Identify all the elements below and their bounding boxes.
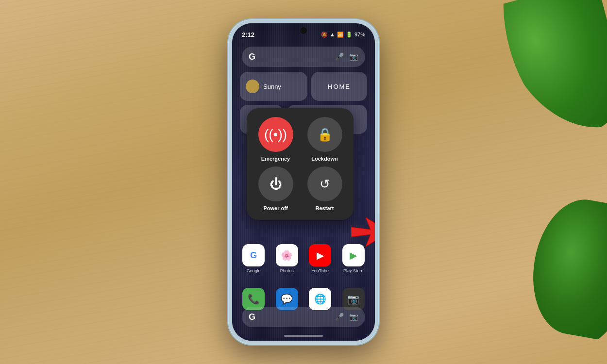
home-label: HOME: [328, 83, 351, 90]
camera-symbol: 📷: [347, 293, 359, 305]
red-arrow: [351, 217, 375, 247]
mic-icon-top[interactable]: 🎤: [335, 52, 344, 61]
power-menu-grid: ((•)) Emergency 🔒 Lockdown: [253, 117, 347, 211]
google-letter: G: [250, 250, 257, 261]
camera-icon-bottom[interactable]: 📷: [349, 313, 358, 321]
restart-item[interactable]: ↺ Restart: [303, 166, 347, 211]
lockdown-icon: 🔒: [317, 127, 333, 142]
restart-button[interactable]: ↺: [307, 166, 342, 201]
mic-icon-bottom[interactable]: 🎤: [335, 313, 344, 321]
lockdown-label: Lockdown: [311, 156, 337, 162]
phone-inner: 2:12 🔕 ▲ 📶 🔋 97% G 🎤 📷: [232, 23, 375, 341]
google-logo-bottom: G: [249, 312, 255, 322]
do-not-disturb-icon: 🔕: [321, 32, 328, 38]
playstore-app-icon: ▶: [342, 244, 365, 266]
messages-symbol: 💬: [281, 293, 293, 305]
chrome-symbol: 🌐: [314, 293, 326, 305]
youtube-app[interactable]: ▶ YouTube: [309, 244, 331, 273]
google-app-icon: G: [242, 244, 265, 266]
battery-percent: 97%: [354, 32, 365, 37]
playstore-app[interactable]: ▶ Play Store: [342, 244, 365, 273]
poweroff-label: Power off: [263, 205, 287, 211]
emergency-item[interactable]: ((•)) Emergency: [253, 117, 298, 162]
svg-marker-0: [351, 217, 375, 247]
poweroff-item[interactable]: ⏻ Power off: [253, 166, 298, 211]
battery-icon: 🔋: [346, 32, 353, 38]
google-app[interactable]: G Google: [242, 244, 265, 273]
status-icons: 🔕 ▲ 📶 🔋 97%: [321, 32, 365, 38]
phone-device: 2:12 🔕 ▲ 📶 🔋 97% G 🎤 📷: [228, 19, 379, 345]
status-time: 2:12: [242, 31, 254, 38]
poweroff-button[interactable]: ⏻: [258, 166, 293, 201]
emergency-icon: ((•)): [264, 127, 287, 142]
emergency-label: Emergency: [261, 156, 290, 162]
power-menu: ((•)) Emergency 🔒 Lockdown: [247, 108, 354, 220]
emergency-button[interactable]: ((•)): [258, 117, 293, 152]
photos-symbol: 🌸: [281, 249, 293, 261]
lockdown-item[interactable]: 🔒 Lockdown: [303, 117, 347, 162]
phone-screen: 2:12 🔕 ▲ 📶 🔋 97% G 🎤 📷: [232, 23, 375, 341]
search-icons-top: 🎤 📷: [335, 52, 358, 61]
camera-notch: [300, 27, 307, 34]
youtube-app-icon: ▶: [309, 244, 331, 266]
search-icons-bottom: 🎤 📷: [335, 313, 358, 321]
weather-icon: [246, 80, 259, 93]
home-indicator[interactable]: [284, 335, 323, 337]
poweroff-icon: ⏻: [270, 177, 282, 192]
youtube-symbol: ▶: [317, 249, 324, 261]
app-row-1: G Google 🌸 Photos ▶ YouTube: [237, 244, 370, 273]
photos-app-label: Photos: [280, 268, 294, 273]
restart-icon: ↺: [320, 177, 330, 192]
search-bar-top[interactable]: G 🎤 📷: [242, 47, 365, 67]
photos-app-icon: 🌸: [276, 244, 298, 266]
search-bar-bottom[interactable]: G 🎤 📷: [242, 307, 365, 327]
lockdown-button[interactable]: 🔒: [307, 117, 342, 152]
widget-row-1: Sunny HOME: [240, 72, 367, 101]
google-logo-top: G: [249, 52, 255, 62]
weather-widget[interactable]: Sunny: [240, 72, 307, 101]
restart-label: Restart: [316, 205, 334, 211]
home-widget[interactable]: HOME: [311, 72, 367, 101]
phone-symbol: 📞: [248, 293, 260, 305]
playstore-app-label: Play Store: [343, 268, 364, 273]
weather-text: Sunny: [263, 83, 281, 90]
google-app-label: Google: [247, 268, 261, 273]
camera-icon-top[interactable]: 📷: [349, 52, 358, 61]
youtube-app-label: YouTube: [312, 268, 329, 273]
playstore-symbol: ▶: [350, 249, 357, 261]
wifi-icon: ▲: [330, 32, 335, 37]
photos-app[interactable]: 🌸 Photos: [276, 244, 298, 273]
signal-icon: 📶: [337, 32, 344, 38]
